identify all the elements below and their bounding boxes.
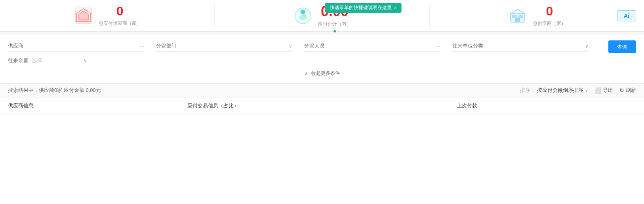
col-transaction-info: 应付交易信息（占比） — [187, 102, 457, 109]
export-button[interactable]: ⬜ 导出 — [594, 87, 613, 94]
sort-arrow-icon: ∨ — [585, 88, 588, 93]
total-suppliers-number: 0 — [546, 4, 553, 18]
total-suppliers-content: 0 总供应商（家） — [533, 4, 566, 27]
filter-department: 分管部门 ∨ — [156, 42, 292, 51]
tooltip-text: 快速录单的快捷键说明在这里 — [330, 4, 392, 11]
sort-value[interactable]: 按应付会额倒序排序 — [537, 87, 583, 94]
payable-total-label: 应付合计（万） — [318, 21, 351, 28]
department-label: 分管部门 — [156, 42, 177, 50]
balance-label: 往来余额 — [8, 57, 29, 64]
results-info: 搜索结果中，供应商0家 应付金额 0.00元 — [8, 87, 101, 94]
svg-point-7 — [301, 10, 305, 14]
results-bar: 搜索结果中，供应商0家 应付金额 0.00元 排序： 按应付会额倒序排序 ∨ ⬜… — [0, 84, 644, 97]
supplier-label: 供应商 — [8, 42, 23, 50]
filter-balance: 往来余额 选择... ∨ — [8, 57, 87, 66]
filter-section: 供应商 ··· 分管部门 ∨ 分管人员 ··· 往来单位分类 ∨ 查询 往来余额… — [0, 35, 644, 84]
balance-placeholder: 选择... — [32, 57, 82, 64]
tooltip-close-icon[interactable]: × — [394, 5, 397, 11]
payable-suppliers-content: 0 总应付供应商（家） — [99, 4, 141, 27]
supplier-input[interactable] — [27, 43, 138, 49]
refresh-icon: ↻ — [619, 87, 624, 93]
payable-suppliers-number: 0 — [116, 4, 124, 18]
stat-total-suppliers: 0 总供应商（家） Ai — [430, 4, 644, 27]
refresh-label: 刷新 — [626, 87, 636, 94]
filter-row-2: 往来余额 选择... ∨ — [8, 57, 636, 66]
filter-unit-class: 往来单位分类 ∨ — [452, 42, 589, 51]
person-label: 分管人员 — [304, 42, 325, 50]
tooltip-dot — [333, 29, 337, 33]
stats-bar: 0 总应付供应商（家） 0.00 应付合计（万） 快速录单的快捷键说明在这里 × — [0, 0, 644, 32]
refresh-button[interactable]: ↻ 刷新 — [619, 87, 636, 94]
unit-class-input[interactable] — [486, 43, 583, 49]
svg-point-8 — [303, 14, 306, 16]
export-label: 导出 — [603, 87, 613, 94]
total-suppliers-icon — [507, 6, 528, 26]
svg-point-6 — [299, 15, 307, 20]
department-input[interactable] — [180, 43, 287, 49]
person-dots-icon[interactable]: ··· — [436, 43, 440, 49]
sort-control[interactable]: 排序： 按应付会额倒序排序 ∨ — [520, 87, 588, 94]
filter-person: 分管人员 ··· — [304, 42, 440, 51]
total-suppliers-label: 总供应商（家） — [533, 20, 566, 27]
col-supplier-info: 供应商信息 — [8, 102, 187, 109]
sort-label: 排序： — [520, 87, 535, 94]
ai-badge[interactable]: Ai — [617, 10, 636, 21]
results-actions: 排序： 按应付会额倒序排序 ∨ ⬜ 导出 ↻ 刷新 — [520, 87, 636, 94]
collapse-button[interactable]: ∧ 收起更多条件 — [8, 68, 636, 79]
stat-payable-suppliers: 0 总应付供应商（家） — [0, 4, 215, 27]
svg-rect-10 — [512, 15, 517, 18]
export-icon: ⬜ — [594, 87, 601, 93]
department-arrow-icon[interactable]: ∨ — [289, 43, 292, 49]
table-header: 供应商信息 应付交易信息（占比） 上次付款 — [0, 97, 644, 114]
payable-suppliers-icon — [73, 6, 94, 26]
unit-class-arrow-icon[interactable]: ∨ — [585, 43, 589, 49]
filter-supplier: 供应商 ··· — [8, 42, 144, 51]
supplier-dots-icon[interactable]: ··· — [139, 43, 144, 49]
person-input[interactable] — [328, 43, 434, 49]
collapse-arrow-icon: ∧ — [305, 71, 308, 76]
payable-suppliers-label: 总应付供应商（家） — [99, 20, 141, 27]
query-button[interactable]: 查询 — [608, 40, 636, 53]
svg-rect-11 — [518, 15, 523, 18]
unit-class-label: 往来单位分类 — [452, 42, 483, 50]
stat-payable-total: 0.00 应付合计（万） 快速录单的快捷键说明在这里 × — [215, 4, 429, 28]
balance-arrow-icon[interactable]: ∨ — [84, 58, 87, 63]
svg-rect-12 — [515, 18, 520, 22]
col-last-payment: 上次付款 — [457, 102, 636, 109]
filter-row-1: 供应商 ··· 分管部门 ∨ 分管人员 ··· 往来单位分类 ∨ 查询 — [8, 40, 636, 53]
collapse-label: 收起更多条件 — [311, 70, 340, 77]
payable-total-icon — [293, 6, 313, 26]
tooltip-bubble: 快速录单的快捷键说明在这里 × — [325, 3, 402, 13]
table-body — [0, 114, 644, 204]
